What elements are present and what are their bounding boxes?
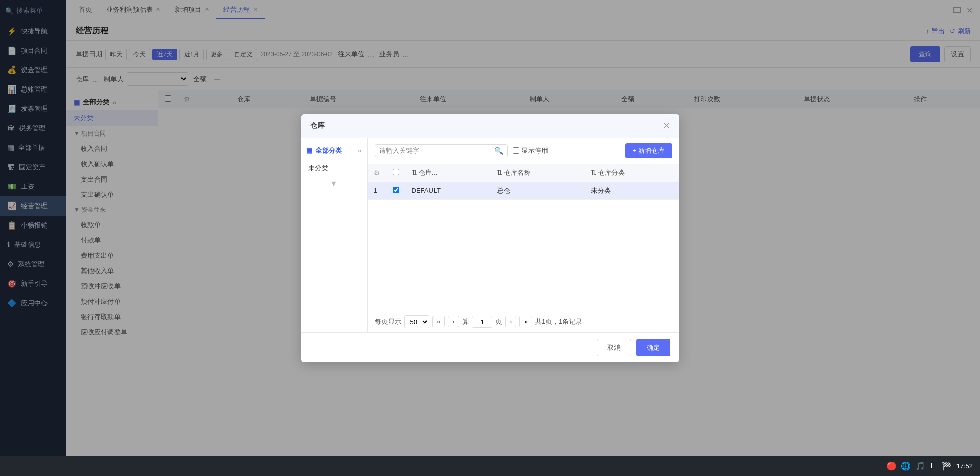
modal-search-wrap: 🔍 <box>375 144 508 157</box>
modal-gear-icon[interactable]: ⚙ <box>374 169 380 177</box>
modal-per-page-label: 每页显示 <box>375 317 401 326</box>
modal-search-input[interactable] <box>379 147 494 154</box>
modal-table-wrap: ⚙ ⇅ 仓库... <box>368 164 679 311</box>
modal-search-icon: 🔍 <box>494 147 503 155</box>
modal-toolbar: 🔍 显示停用 + 新增仓库 <box>368 138 679 164</box>
modal-next-page[interactable]: › <box>505 316 516 327</box>
row-category: 未分类 <box>585 182 679 199</box>
modal-first-page[interactable]: « <box>432 316 445 327</box>
modal-select-all[interactable] <box>393 169 399 175</box>
taskbar-icon-1[interactable]: 🔴 <box>886 461 897 471</box>
modal-sort-icon3: ⇅ <box>591 169 597 176</box>
row-checkbox-cell <box>386 182 405 199</box>
cancel-button[interactable]: 取消 <box>597 339 631 356</box>
confirm-button[interactable]: 确定 <box>636 339 670 356</box>
modal-grid-icon: ▦ <box>306 147 312 154</box>
row-name: 总仓 <box>491 182 585 199</box>
modal-uncategorized-label: 未分类 <box>308 164 328 172</box>
modal-title: 仓库 <box>310 121 325 130</box>
modal-all-label: 全部分类 <box>315 146 342 155</box>
modal-th-category: ⇅ 仓库分类 <box>585 164 679 182</box>
modal-overlay: 仓库 ✕ ▦ 全部分类 « 未分类 ▼ <box>0 0 980 476</box>
add-warehouse-button[interactable]: + 新增仓库 <box>625 143 672 158</box>
modal-prev-page[interactable]: ‹ <box>448 316 459 327</box>
taskbar-icon-3[interactable]: 🎵 <box>915 461 925 471</box>
modal-th-code: ⇅ 仓库... <box>405 164 491 182</box>
modal-sort-icon2: ⇅ <box>497 169 503 176</box>
show-disabled-checkbox[interactable] <box>513 147 519 154</box>
modal-pagination: 每页显示 50 « ‹ 算 页 › » 共1页，1条记录 <box>368 311 679 332</box>
taskbar-time: 17:52 <box>956 462 973 470</box>
warehouse-modal: 仓库 ✕ ▦ 全部分类 « 未分类 ▼ <box>301 114 679 362</box>
modal-table-row[interactable]: 1 DEFAULT 总仓 未分类 <box>368 182 679 199</box>
modal-collapse-icon[interactable]: « <box>358 147 361 154</box>
modal-th-checkbox <box>386 164 405 182</box>
modal-page-label: 算 <box>462 317 469 326</box>
taskbar-icon-4[interactable]: 🖥 <box>929 461 938 470</box>
taskbar: 🔴 🌐 🎵 🖥 🏁 17:52 <box>0 456 980 476</box>
modal-page-input[interactable] <box>472 316 492 328</box>
row-code: DEFAULT <box>405 182 491 199</box>
modal-total-records: 共1页，1条记录 <box>535 317 582 326</box>
modal-per-page-select[interactable]: 50 <box>404 315 429 328</box>
modal-page-suffix: 页 <box>495 317 502 326</box>
show-disabled-label[interactable]: 显示停用 <box>513 146 548 155</box>
modal-sort-icon: ⇅ <box>412 169 417 176</box>
modal-body: ▦ 全部分类 « 未分类 ▼ 🔍 <box>301 138 679 332</box>
modal-left-panel: ▦ 全部分类 « 未分类 ▼ <box>301 138 368 332</box>
modal-right-panel: 🔍 显示停用 + 新增仓库 ⚙ <box>368 138 679 332</box>
modal-last-page[interactable]: » <box>519 316 532 327</box>
row-checkbox[interactable] <box>393 187 399 193</box>
modal-table: ⚙ ⇅ 仓库... <box>368 164 679 200</box>
row-index: 1 <box>368 182 386 199</box>
modal-close-icon[interactable]: ✕ <box>663 120 670 131</box>
modal-scroll-down[interactable]: ▼ <box>301 177 367 190</box>
show-disabled-text: 显示停用 <box>521 146 548 155</box>
taskbar-icon-2[interactable]: 🌐 <box>901 461 911 471</box>
modal-header: 仓库 ✕ <box>301 114 679 138</box>
taskbar-icon-5[interactable]: 🏁 <box>942 461 952 471</box>
modal-th-name: ⇅ 仓库名称 <box>491 164 585 182</box>
modal-footer: 取消 确定 <box>301 332 679 362</box>
modal-left-all[interactable]: ▦ 全部分类 « <box>301 142 367 160</box>
modal-th-settings: ⚙ <box>368 164 386 182</box>
modal-uncategorized[interactable]: 未分类 <box>301 160 367 177</box>
